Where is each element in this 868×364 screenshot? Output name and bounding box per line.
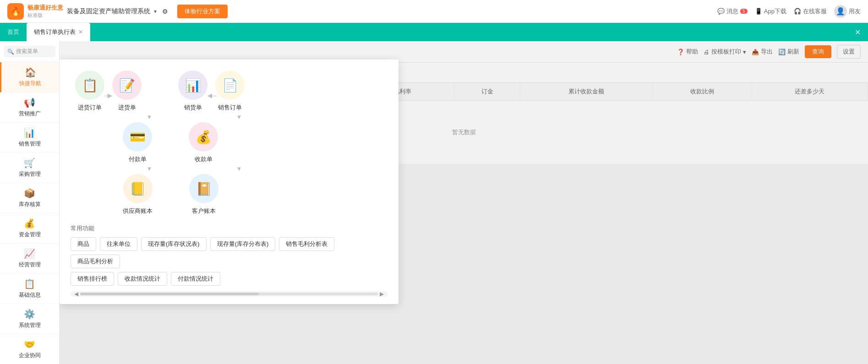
top-header: 🔥 畅康通好生意 标准版 装备及固定资产辅助管理系统 ▾ ⚙ 体验行业方案 💬 … <box>0 0 868 23</box>
sales-icon: 📊 <box>24 127 35 138</box>
func-btn-stock-dist[interactable]: 现存量(库存分布表) <box>210 237 276 251</box>
enterprise-icon: 🤝 <box>24 339 35 350</box>
flow-node-supplier-ledger[interactable]: 📒 供应商账本 <box>123 174 153 215</box>
purchase-label: 采购管理 <box>19 170 41 178</box>
func-btn-product-gross[interactable]: 商品毛利分析 <box>71 255 120 268</box>
sales-order-label: 销售订单 <box>218 103 242 112</box>
sidebar-item-inventory[interactable]: 📦 库存核算 <box>0 183 59 213</box>
payment-icon: 💳 <box>130 130 146 145</box>
system-title-text: 装备及固定资产辅助管理系统 <box>67 7 150 16</box>
content-area: ❓ 帮助 🖨 按模板打印 ▾ 📤 导出 🔄 刷新 查询 设置 ~ <box>60 41 868 364</box>
tab-home-label: 首页 <box>7 28 19 36</box>
scroll-left-btn[interactable]: ◀ <box>72 291 80 297</box>
settings-icon[interactable]: ⚙ <box>162 8 168 15</box>
down-arrow-payment: ▼ <box>135 165 164 172</box>
sidebar-item-finance[interactable]: 💰 资金管理 <box>0 213 59 244</box>
purchase-order-icon: 📋 <box>82 78 98 93</box>
flow-row-2: 💳 付款单 💰 收款单 <box>71 122 388 163</box>
func-btn-sales-gross[interactable]: 销售毛利分析表 <box>279 237 334 251</box>
flow-row-3: 📒 供应商账本 📔 客户账本 <box>71 174 388 215</box>
purchase-order-label: 进货订单 <box>78 103 102 112</box>
tab-close-icon[interactable]: ✕ <box>78 29 83 35</box>
flow-node-sales-bill[interactable]: 📊 销货单 <box>178 71 207 112</box>
message-badge: 5 <box>740 9 748 14</box>
message-btn[interactable]: 💬 消息 5 <box>717 7 748 16</box>
popup-scrollbar[interactable]: ◀ ▶ <box>71 291 388 297</box>
finance-label: 资金管理 <box>19 231 41 239</box>
marketing-label: 营销推广 <box>19 110 41 118</box>
message-icon: 💬 <box>717 8 725 15</box>
arrow-right-1: ▶ <box>108 92 112 99</box>
sidebar-item-basic-info[interactable]: 📋 基础信息 <box>0 274 59 304</box>
user-area[interactable]: 👤 用友 <box>834 5 861 18</box>
header-right: 💬 消息 5 📱 App下载 🎧 在线客服 👤 用友 <box>717 5 861 18</box>
common-functions: 常用功能 商品 往来单位 现存量(库存状况表) 现存量(库存分布表) 销售毛利分… <box>71 224 388 286</box>
flow-diagram: 📋 进货订单 - - - - ▶ 📝 进货单 <box>71 71 388 215</box>
sidebar-search-inner[interactable]: 🔍 搜索菜单 <box>4 46 55 57</box>
func-buttons-row-2: 销售排行榜 收款情况统计 付款情况统计 <box>71 272 388 286</box>
flow-node-customer-ledger[interactable]: 📔 客户账本 <box>189 174 218 215</box>
sales-bill-label: 销货单 <box>184 103 202 112</box>
sidebar-search-area[interactable]: 🔍 搜索菜单 <box>0 41 59 62</box>
app-download-label: App下载 <box>764 7 786 16</box>
purchase-bill-icon: 📝 <box>119 78 135 93</box>
headset-icon: 🎧 <box>794 8 801 15</box>
app-download-btn[interactable]: 📱 App下载 <box>755 7 786 16</box>
sidebar-item-system[interactable]: ⚙️ 系统管理 <box>0 304 59 334</box>
main-layout: 🔍 搜索菜单 🏠 快捷导航 📢 营销推广 📊 销售管理 🛒 采购管理 📦 库存核… <box>0 41 868 364</box>
logo-main: 畅康通好生意 <box>27 4 63 12</box>
func-btn-sales-ranking[interactable]: 销售排行榜 <box>71 272 114 286</box>
popup-card: 📋 进货订单 - - - - ▶ 📝 进货单 <box>60 60 399 304</box>
basic-info-icon: 📋 <box>24 278 35 289</box>
sidebar-item-marketing[interactable]: 📢 营销推广 <box>0 92 59 123</box>
flow-row-1: 📋 进货订单 - - - - ▶ 📝 进货单 <box>71 71 388 112</box>
tab-home[interactable]: 首页 <box>0 23 27 41</box>
sidebar-item-sales[interactable]: 📊 销售管理 <box>0 123 59 153</box>
scrollbar-thumb[interactable] <box>80 293 259 295</box>
scroll-right-btn[interactable]: ▶ <box>378 291 386 297</box>
func-btn-supplier-customer[interactable]: 往来单位 <box>100 237 137 251</box>
receipt-label: 收款单 <box>195 155 213 163</box>
sidebar-item-purchase[interactable]: 🛒 采购管理 <box>0 153 59 183</box>
flow-node-purchase-order[interactable]: 📋 进货订单 <box>75 71 104 112</box>
sidebar-item-enterprise[interactable]: 🤝 企业协同 <box>0 334 59 364</box>
phone-icon: 📱 <box>755 8 762 15</box>
try-btn[interactable]: 体验行业方案 <box>177 5 228 18</box>
operation-icon: 📈 <box>24 248 35 259</box>
func-btn-receipt-stats[interactable]: 收款情况统计 <box>118 272 167 286</box>
customer-ledger-circle: 📔 <box>189 174 218 203</box>
purchase-bill-label: 进货单 <box>118 103 136 112</box>
func-buttons-row-1: 商品 往来单位 现存量(库存状况表) 现存量(库存分布表) 销售毛利分析表 商品… <box>71 237 388 268</box>
inventory-icon: 📦 <box>24 188 35 199</box>
flow-node-payment[interactable]: 💳 付款单 <box>123 122 152 163</box>
inventory-label: 库存核算 <box>19 201 41 208</box>
func-btn-product[interactable]: 商品 <box>71 237 96 251</box>
down-arrow-sales: ▼ <box>224 114 254 120</box>
supplier-ledger-circle: 📒 <box>123 174 153 203</box>
func-btn-stock-status[interactable]: 现存量(库存状况表) <box>141 237 207 251</box>
tab-close-all-btn[interactable]: ✕ <box>855 28 861 37</box>
sidebar-item-quick-nav[interactable]: 🏠 快捷导航 <box>0 62 59 92</box>
arrow-4-3: ◀ - - - - <box>207 92 215 99</box>
system-dropdown-btn[interactable]: ▾ <box>154 8 157 15</box>
sidebar-item-operation[interactable]: 📈 经营管理 <box>0 244 59 274</box>
customer-ledger-label: 客户账本 <box>192 207 216 215</box>
operation-label: 经营管理 <box>19 261 41 269</box>
online-service-btn[interactable]: 🎧 在线客服 <box>794 7 827 16</box>
search-placeholder: 搜索菜单 <box>16 48 38 55</box>
flow-node-sales-order[interactable]: 📄 销售订单 <box>215 71 245 112</box>
supplier-ledger-icon: 📒 <box>130 181 146 196</box>
scrollbar-track[interactable] <box>80 293 378 295</box>
sales-bill-circle: 📊 <box>178 71 207 100</box>
tab-sales-order-exec[interactable]: 销售订单执行表 ✕ <box>27 23 90 41</box>
flow-node-purchase-bill[interactable]: 📝 进货单 <box>112 71 142 112</box>
app-logo-icon: 🔥 <box>7 3 24 20</box>
payment-label: 付款单 <box>129 155 147 163</box>
purchase-icon: 🛒 <box>24 158 35 168</box>
supplier-ledger-label: 供应商账本 <box>123 207 153 215</box>
func-btn-payment-stats[interactable]: 付款情况统计 <box>171 272 220 286</box>
flow-node-receipt[interactable]: 💰 收款单 <box>189 122 218 163</box>
common-functions-title: 常用功能 <box>71 224 388 233</box>
purchase-bill-circle: 📝 <box>112 71 142 100</box>
sales-order-icon: 📄 <box>222 78 238 93</box>
